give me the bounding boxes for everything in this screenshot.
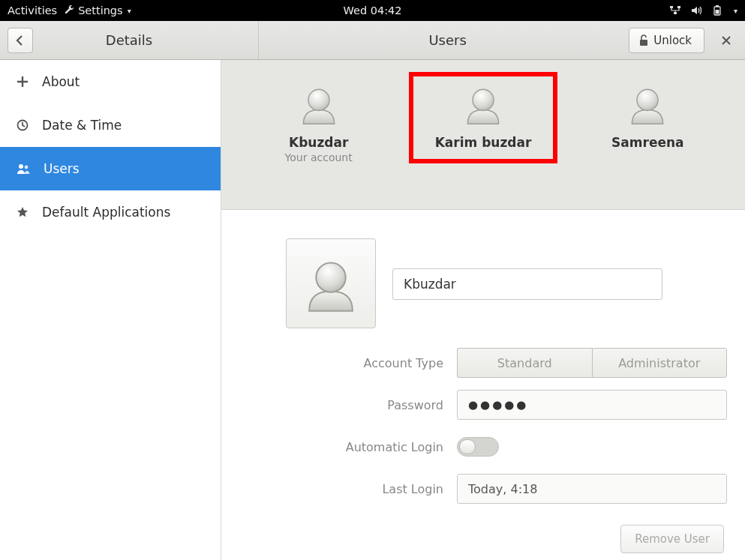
sidebar-item-datetime[interactable]: Date & Time (0, 103, 221, 147)
settings-header: Details Users Unlock (0, 21, 745, 60)
users-icon (17, 163, 30, 175)
svg-rect-6 (715, 10, 719, 14)
plus-icon (17, 76, 29, 88)
svg-point-9 (19, 164, 23, 169)
settings-menu-label: Settings (78, 4, 122, 16)
sidebar-item-label: Users (44, 161, 80, 176)
user-card-kbuzdar[interactable]: Kbuzdar Your account (248, 75, 390, 172)
close-icon (722, 36, 731, 45)
account-type-label: Account Type (239, 356, 457, 370)
sidebar-item-about[interactable]: About (0, 60, 221, 103)
lock-open-icon (638, 34, 649, 46)
svg-rect-7 (640, 40, 647, 46)
last-login-label: Last Login (239, 482, 457, 496)
remove-user-button[interactable]: Remove User (620, 525, 724, 553)
full-name-input[interactable] (392, 268, 662, 300)
sidebar-item-label: Date & Time (42, 118, 122, 133)
settings-menu[interactable]: Settings ▾ (65, 4, 131, 16)
svg-point-10 (25, 166, 29, 169)
avatar-icon (299, 252, 362, 315)
avatar-icon (625, 81, 670, 127)
avatar-button[interactable] (286, 238, 376, 328)
user-form: Account Type Standard Administrator Pass… (221, 210, 745, 560)
volume-icon[interactable] (690, 4, 702, 16)
avatar-icon (461, 81, 506, 127)
users-list: Kbuzdar Your account Karim buzdar Samree… (221, 60, 745, 210)
sidebar-item-users[interactable]: Users (0, 147, 221, 190)
sidebar-item-label: About (42, 74, 80, 89)
user-card-karim[interactable]: Karim buzdar (412, 75, 554, 160)
clock-icon (17, 119, 29, 131)
avatar-icon (296, 81, 341, 127)
selected-pointer-icon (286, 228, 305, 238)
gnome-topbar: Activities Settings ▾ Wed 04:42 ▾ (0, 0, 745, 21)
svg-rect-2 (677, 6, 680, 8)
svg-rect-3 (674, 12, 677, 14)
star-icon (17, 206, 29, 218)
content-area: Kbuzdar Your account Karim buzdar Samree… (221, 60, 745, 560)
password-button[interactable]: ●●●●● (457, 390, 727, 420)
svg-rect-1 (670, 6, 673, 8)
account-type-toggle[interactable]: Standard Administrator (457, 348, 727, 378)
user-name: Kbuzdar (289, 135, 348, 150)
svg-rect-5 (716, 5, 719, 7)
sidebar-item-label: Default Applications (42, 205, 170, 220)
last-login-button[interactable]: Today, 4:18 (457, 474, 727, 504)
chevron-left-icon (16, 35, 25, 46)
user-name: Karim buzdar (435, 135, 532, 150)
unlock-button[interactable]: Unlock (629, 28, 704, 53)
auto-login-switch[interactable] (457, 437, 499, 457)
header-details-title: Details (33, 32, 225, 48)
sidebar: About Date & Time Users Default Applicat… (0, 60, 221, 560)
header-users-title: Users (266, 32, 629, 48)
wrench-icon (65, 5, 75, 16)
sidebar-item-default-apps[interactable]: Default Applications (0, 190, 221, 234)
account-type-standard[interactable]: Standard (457, 348, 592, 378)
password-label: Password (239, 398, 457, 412)
battery-icon[interactable] (711, 4, 723, 16)
system-menu-chevron-icon[interactable]: ▾ (734, 7, 737, 15)
network-icon[interactable] (669, 4, 681, 16)
activities-button[interactable]: Activities (8, 4, 57, 16)
close-button[interactable] (715, 29, 737, 52)
user-name: Samreena (611, 135, 683, 150)
auto-login-label: Automatic Login (239, 440, 457, 454)
account-type-admin[interactable]: Administrator (592, 348, 728, 378)
user-sublabel: Your account (285, 151, 353, 163)
chevron-down-icon: ▾ (128, 7, 131, 15)
user-card-samreena[interactable]: Samreena (576, 75, 719, 160)
back-button[interactable] (8, 28, 33, 53)
unlock-label: Unlock (653, 34, 692, 47)
